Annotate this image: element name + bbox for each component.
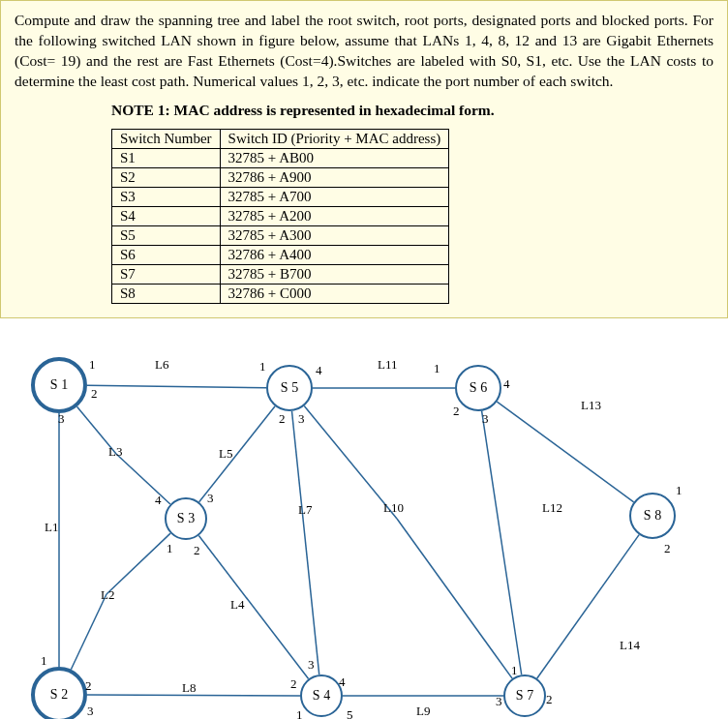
lan-label: L2 [101,587,114,603]
switch-table: Switch Number Switch ID (Priority + MAC … [111,129,449,304]
switch-node-s5: S 5 [266,365,313,411]
table-cell: S6 [112,245,221,264]
table-row: S132785 + AB00 [112,148,449,167]
port-label: 4 [503,376,510,392]
port-label: 2 [85,678,92,694]
port-label: 2 [91,386,98,402]
port-label: 2 [279,411,286,427]
port-label: 4 [316,363,322,378]
port-label: 3 [496,694,502,709]
lan-label: L7 [298,502,312,518]
table-cell: 32786 + A900 [220,167,449,187]
table-cell: S4 [112,206,221,225]
switch-node-s7: S 7 [503,674,546,717]
port-label: 1 [89,357,96,373]
port-label: 1 [676,483,682,498]
svg-line-10 [291,411,318,674]
table-cell: S3 [112,187,221,206]
svg-line-9 [198,535,308,678]
port-label: 2 [453,404,460,419]
svg-line-16 [537,534,639,677]
port-label: 2 [546,692,553,707]
port-label: 1 [434,361,440,376]
lan-label: L6 [155,357,168,373]
port-label: 4 [155,493,162,508]
svg-line-8 [71,594,106,670]
table-row: S832786 + C000 [112,284,449,303]
svg-line-2 [497,402,633,502]
table-row: S232786 + A900 [112,167,449,187]
table-cell: S8 [112,284,221,303]
switch-node-s8: S 8 [629,493,676,539]
table-cell: 32786 + A400 [220,245,449,264]
table-cell: S7 [112,264,221,284]
port-label: 3 [207,491,214,506]
table-cell: S1 [112,148,221,167]
table-row: S532785 + A300 [112,225,449,245]
lan-label: L12 [542,500,562,516]
table-cell: 32785 + B700 [220,264,449,284]
table-row: S432785 + A200 [112,206,449,225]
port-label: 2 [290,676,297,692]
switch-node-s1: S 1 [31,357,87,413]
lan-label: L14 [620,638,640,653]
table-cell: 32785 + A300 [220,225,449,245]
port-label: 3 [482,411,489,427]
note-line: NOTE 1: MAC address is represented in he… [111,102,713,119]
svg-line-4 [116,454,170,504]
lan-label: L4 [230,597,244,613]
port-label: 2 [194,543,200,558]
port-label: 1 [167,541,173,556]
table-cell: S2 [112,167,221,187]
problem-statement: Compute and draw the spanning tree and l… [0,0,728,318]
lan-label: L11 [378,357,397,373]
table-cell: 32785 + A200 [220,206,449,225]
port-label: 1 [296,707,303,719]
table-row: S632786 + A400 [112,245,449,264]
switch-node-s2: S 2 [31,667,87,719]
lan-label: L5 [219,446,232,462]
svg-line-12 [397,519,512,678]
table-header-1: Switch ID (Priority + MAC address) [220,129,449,148]
svg-line-5 [199,405,275,501]
port-label: 4 [339,674,346,690]
switch-node-s6: S 6 [455,365,501,411]
svg-line-7 [106,533,170,594]
svg-line-0 [87,385,266,387]
port-label: 3 [298,411,305,427]
port-label: 3 [58,411,65,427]
table-cell: S5 [112,225,221,245]
table-header-0: Switch Number [112,129,221,148]
port-label: 5 [347,707,353,719]
port-label: 1 [511,663,518,678]
port-label: 2 [664,541,671,556]
table-cell: 32786 + C000 [220,284,449,303]
port-label: 3 [87,704,94,719]
network-diagram: S 1S 5S 6S 3S 8S 2S 4S 7 123142312434312… [0,347,728,719]
table-row: S332785 + A700 [112,187,449,206]
switch-node-s4: S 4 [300,674,343,717]
port-label: 3 [308,657,315,673]
table-cell: 32785 + A700 [220,187,449,206]
lan-label: L8 [182,680,196,696]
table-cell: 32785 + AB00 [220,148,449,167]
lan-label: L13 [581,398,601,413]
svg-line-13 [482,410,522,674]
switch-node-s3: S 3 [165,497,207,540]
lan-label: L9 [416,704,430,719]
lan-label: L1 [45,520,58,535]
diagram-edges [0,347,728,719]
port-label: 1 [41,653,47,669]
lan-label: L3 [108,444,122,460]
table-row: S732785 + B700 [112,264,449,284]
port-label: 1 [259,359,266,374]
lan-label: L10 [383,500,404,516]
problem-text: Compute and draw the spanning tree and l… [15,11,713,92]
